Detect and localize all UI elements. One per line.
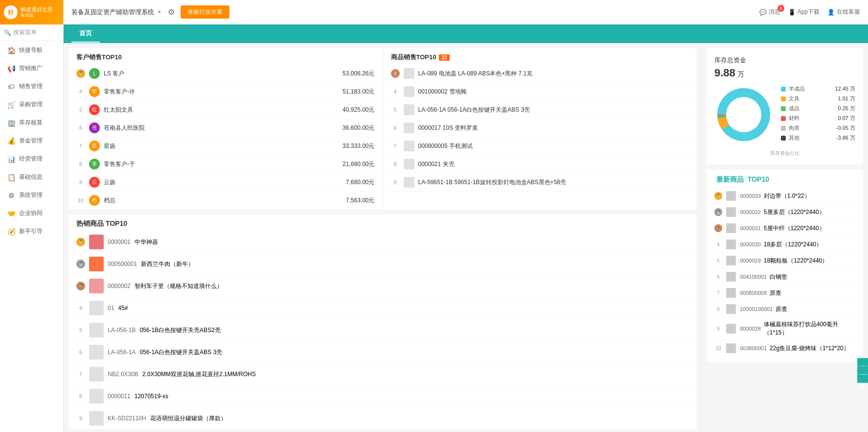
tag-icon: 🏷 [7, 83, 15, 91]
rank-number: 6 [714, 274, 722, 280]
product-sales-top10-header: 商品销售TOP10 22 [383, 48, 697, 65]
customer-amount: 51,183.00元 [343, 88, 374, 96]
legend-label: 材料 [789, 115, 799, 122]
nav-label: 资金管理 [19, 137, 43, 145]
customer-name: LS 客户 [104, 70, 343, 78]
sidebar-item-marketing[interactable]: 📢 营销推广 [0, 59, 63, 77]
product-name: 12070519-xs [135, 393, 168, 400]
customer-top10-header: 客户销售TOP10 [69, 48, 383, 65]
table-row: 8 零 零售客户-于 21,680.00元 [69, 155, 383, 173]
sidebar-item-purchase[interactable]: 🛒 采购管理 [0, 96, 63, 114]
nav-label: 营销推广 [19, 64, 43, 72]
float-btn-community[interactable]: 服务社区 [857, 366, 868, 375]
sidebar-item-finance[interactable]: 💰 资金管理 [0, 132, 63, 150]
inventory-legend: 半成品 12.45 万 文具 1.01 万 成品 0.25 万 [781, 85, 855, 144]
float-btn-live[interactable]: 直播 [857, 375, 868, 383]
rank-number: 7 [76, 143, 85, 149]
product-thumbnail [89, 257, 104, 271]
rank-number: 5 [391, 107, 400, 113]
legend-item: 肉类 -0.05 万 [781, 124, 855, 132]
product-code: 0000033 [740, 193, 761, 199]
inventory-unit: 万 [737, 70, 744, 79]
product-code: 0000029 [740, 258, 761, 264]
legend-dot [781, 87, 786, 92]
hot-products-title: 热销商品 TOP10 [76, 219, 127, 228]
product-icon [726, 324, 736, 334]
float-btn-service[interactable]: 客服热线 [857, 358, 868, 366]
sidebar-item-guide[interactable]: 🧭 新手引导 [0, 222, 63, 240]
home-icon: 🏠 [7, 47, 15, 54]
product-code: 003800001 [740, 345, 767, 351]
sidebar-item-operations[interactable]: 📊 经营管理 [0, 150, 63, 168]
product-info: LA-089 电池盖 LA-089 ABS本色+黑种 7.1克 [418, 70, 689, 78]
sidebar-item-base-info[interactable]: 📋 基础信息 [0, 168, 63, 186]
legend-dot [781, 96, 786, 101]
legend-label: 半成品 [789, 85, 805, 93]
product-code: 000800008 [740, 290, 767, 296]
nav-label: 采购管理 [19, 100, 43, 109]
list-item: 9 KK-SD22110H 花语萌恒温分罐罐袋（厚款） [69, 408, 697, 430]
list-item: 10 003800001 22g鱼豆腐-烧烤味（1*12*20） [714, 340, 855, 357]
rank-number: 8 [76, 161, 85, 167]
sidebar-navigation: 🏠 快捷导航 📢 营销推广 🏷 销售管理 🛒 采购管理 🏢 库存核算 💰 资金管… [0, 41, 63, 432]
product-name: 中华神器 [135, 238, 158, 246]
product-info: LA-59651-1B 59651-1B旋转投影灯电池盒ABS黑色+58壳 [418, 178, 689, 187]
system-name[interactable]: 装备及固定资产辅助管理系统 ▼ [71, 8, 162, 17]
sidebar-item-system[interactable]: ⚙ 系统管理 [0, 186, 63, 204]
customer-name: 云扬 [104, 178, 346, 187]
list-item: 6 004100001 白钢垫 [714, 269, 855, 285]
top10-badge: 22 [439, 54, 449, 61]
product-code: 000500001 [108, 261, 137, 267]
settings-button[interactable]: ⚙ [168, 7, 175, 17]
rank-medal: 🥇 [714, 192, 722, 200]
product-icon [726, 288, 736, 298]
legend-value: 0.25 万 [838, 105, 855, 112]
rank-medal: 🥉 [76, 282, 85, 290]
sidebar: 好 畅捷通好生意 标准版 🔍 搜索菜单 🏠 快捷导航 📢 营销推广 🏷 销售管理… [0, 0, 64, 432]
legend-dot [781, 106, 786, 111]
search-menu[interactable]: 🔍 搜索菜单 [0, 24, 63, 41]
customer-name: 星扬 [104, 142, 343, 150]
legend-item: 半成品 12.45 万 [781, 85, 855, 93]
product-thumbnail [89, 345, 104, 360]
customer-amount: 21,680.00元 [343, 160, 374, 168]
legend-label: 成品 [789, 105, 799, 112]
nav-label: 新手引导 [19, 227, 43, 236]
list-item: 6 LA-056-1A 056-1A白色按键开关盖ABS 3壳 [69, 341, 697, 363]
legend-value: 0.07 万 [838, 115, 855, 122]
rank-number: 5 [76, 327, 85, 333]
sidebar-item-inventory[interactable]: 🏢 库存核算 [0, 114, 63, 132]
list-icon: 📋 [7, 173, 15, 181]
avatar: 云 [89, 177, 100, 188]
avatar: 苍 [89, 122, 100, 133]
product-thumbnail [89, 301, 104, 315]
online-service-button[interactable]: 👤 在线客服 [827, 8, 860, 16]
product-info: 001000002 雪地靴 [418, 88, 689, 96]
top-section: 客户销售TOP10 🏅 L LS 客户 53,006.26元 4 零 [69, 48, 697, 210]
middle-column: 客户销售TOP10 🏅 L LS 客户 53,006.26元 4 零 [64, 43, 702, 432]
sidebar-item-sales[interactable]: 🏷 销售管理 [0, 77, 63, 96]
inventory-card: 库存总资金 9.88 万 [707, 48, 863, 165]
rank-number: 4 [76, 305, 85, 311]
product-code: LA-056-1A [108, 349, 136, 356]
message-button[interactable]: 💬 消息 6 [759, 8, 780, 16]
sidebar-item-enterprise[interactable]: 🤝 企业协同 [0, 204, 63, 222]
product-name: 新西兰牛肉（新牛） [141, 260, 194, 268]
product-code: 01 [108, 305, 114, 312]
logo-icon: 好 [4, 5, 18, 19]
svg-point-1 [722, 93, 766, 137]
customer-name: 零售客户-许 [104, 88, 343, 96]
rank-number: 9 [76, 415, 85, 421]
app-download-button[interactable]: 📱 App下载 [788, 8, 820, 16]
hot-products-list: 🥇 0000001 中华神器 🥈 000500001 新西兰牛肉（新牛） 🥉 [69, 231, 697, 430]
table-row: 3 LA-089 电池盖 LA-089 ABS本色+黑种 7.1克 [383, 65, 697, 83]
trial-button[interactable]: 体验行业方案 [181, 5, 229, 19]
avatar: 零 [89, 159, 100, 169]
rank-number: 10 [714, 346, 722, 351]
customer-name: 红太阳文具 [104, 106, 343, 114]
sidebar-item-quick-nav[interactable]: 🏠 快捷导航 [0, 41, 63, 59]
tab-home[interactable]: 首页 [71, 25, 100, 43]
product-icon [726, 223, 736, 233]
rank-number: 5 [714, 258, 722, 264]
product-code: 004100001 [740, 274, 767, 280]
